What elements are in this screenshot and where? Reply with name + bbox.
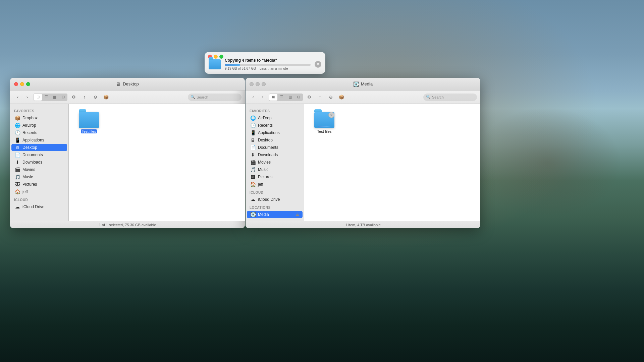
back-button-media[interactable]: ‹ — [249, 94, 258, 101]
zoom-button-desktop[interactable] — [26, 82, 30, 86]
view-list-media[interactable]: ☰ — [278, 94, 286, 101]
applications-icon-r: 📱 — [250, 130, 256, 135]
sidebar-item-documents-r[interactable]: 📄 Documents — [247, 144, 303, 151]
folder-test-files-media[interactable]: × Test files — [311, 111, 338, 135]
dialog-subtitle: 9.19 GB of 51.67 GB – Less than a minute — [225, 67, 311, 70]
sidebar-item-pictures-r[interactable]: 🖼 Pictures — [247, 173, 303, 181]
dialog-progress-bar — [225, 64, 311, 66]
sidebar-label-media-loc: Media — [258, 212, 269, 217]
file-area-media[interactable]: × Test files — [304, 104, 480, 221]
view-gallery-desktop[interactable]: ⊡ — [59, 94, 67, 101]
view-options-media[interactable]: ⚙ — [305, 94, 314, 101]
sidebar-label-airdrop-r: AirDrop — [258, 116, 272, 120]
sidebar-item-dropbox[interactable]: 📦 Dropbox — [11, 114, 67, 122]
sidebar-item-media-loc[interactable]: 💽 Media ⏏ — [247, 211, 303, 218]
minimize-button-media[interactable] — [256, 82, 260, 86]
minimize-button-desktop[interactable] — [20, 82, 24, 86]
sidebar-item-jeff[interactable]: 🏠 jeff — [11, 188, 67, 195]
movies-icon: 🎬 — [15, 167, 20, 172]
search-desktop[interactable]: 🔍 Search — [188, 94, 241, 101]
sidebar-item-applications[interactable]: 📱 Applications — [11, 136, 67, 144]
eject-icon-media[interactable]: ⏏ — [296, 212, 299, 217]
music-icon-r: 🎵 — [250, 167, 256, 172]
dialog-minimize-tl[interactable] — [214, 55, 218, 59]
dropbox-desktop[interactable]: 📦 — [102, 94, 110, 101]
dialog-zoom-tl[interactable] — [219, 55, 223, 59]
sidebar-label-dropbox: Dropbox — [22, 116, 38, 120]
airdrop-icon-r: 🌐 — [250, 115, 256, 121]
share-desktop[interactable]: ↑ — [80, 94, 89, 101]
dropbox-media[interactable]: 📦 — [337, 94, 346, 101]
sidebar-item-jeff-r[interactable]: 🏠 jeff — [247, 181, 303, 188]
media-loc-icon: 💽 — [250, 212, 256, 217]
finder-window-desktop: 🖥 Desktop ‹ › ⊞ ☰ ▥ ⊡ ⚙ ↑ ⊖ 📦 🔍 Searc — [10, 78, 245, 228]
status-text-desktop: 1 of 1 selected, 75.36 GB available — [99, 223, 156, 227]
nav-buttons-desktop: ‹ › — [13, 94, 32, 101]
window-title-icon-media: 💽 — [353, 81, 359, 87]
search-icon-desktop: 🔍 — [191, 95, 195, 99]
window-title-media: 💽 Media — [353, 81, 373, 87]
sidebar-item-music-r[interactable]: 🎵 Music — [247, 166, 303, 173]
status-bar-media: 1 item, 4 TB available — [246, 221, 480, 228]
sidebar-item-pictures[interactable]: 🖼 Pictures — [11, 181, 67, 188]
window-title-text-media: Media — [361, 81, 373, 86]
sidebar-label-documents: Documents — [22, 153, 43, 157]
title-bar-desktop: 🖥 Desktop — [10, 78, 245, 90]
recents-icon-r: 🕐 — [250, 123, 256, 128]
share-media[interactable]: ↑ — [316, 94, 324, 101]
zoom-button-media[interactable] — [262, 82, 266, 86]
close-button-desktop[interactable] — [14, 82, 18, 86]
view-icon-desktop[interactable]: ⊞ — [34, 94, 42, 101]
sidebar-item-documents[interactable]: 📄 Documents — [11, 151, 67, 159]
view-options-desktop[interactable]: ⚙ — [69, 94, 78, 101]
sidebar-item-downloads[interactable]: ⬇ Downloads — [11, 159, 67, 166]
sidebar-label-icloud-drive: iCloud Drive — [22, 204, 44, 209]
search-media[interactable]: 🔍 Search — [423, 94, 477, 101]
file-area-desktop[interactable]: Test files — [69, 104, 245, 221]
favorites-label-desktop: Favorites — [10, 107, 68, 114]
view-icon-media[interactable]: ⊞ — [269, 94, 277, 101]
toolbar-media: ‹ › ⊞ ☰ ▥ ⊡ ⚙ ↑ ⊖ 📦 🔍 Search — [246, 90, 480, 104]
dialog-folder-icon — [209, 59, 221, 69]
view-column-media[interactable]: ▥ — [286, 94, 294, 101]
copy-cancel-badge[interactable]: × — [328, 112, 334, 118]
forward-button-media[interactable]: › — [258, 94, 267, 101]
sidebar-item-icloud-drive-r[interactable]: ☁ iCloud Drive — [247, 196, 303, 203]
tag-media[interactable]: ⊖ — [326, 94, 335, 101]
sidebar-item-airdrop[interactable]: 🌐 AirDrop — [11, 122, 67, 129]
jeff-icon-r: 🏠 — [250, 182, 256, 187]
tag-desktop[interactable]: ⊖ — [91, 94, 100, 101]
folder-test-files-desktop[interactable]: Test files — [75, 111, 102, 135]
sidebar-item-applications-r[interactable]: 📱 Applications — [247, 129, 303, 136]
view-gallery-media[interactable]: ⊡ — [294, 94, 303, 101]
view-column-desktop[interactable]: ▥ — [51, 94, 59, 101]
sidebar-item-desktop[interactable]: 🖥 Desktop — [11, 144, 67, 151]
status-text-media: 1 item, 4 TB available — [345, 223, 381, 227]
sidebar-item-music[interactable]: 🎵 Music — [11, 173, 67, 181]
sidebar-label-icloud-drive-r: iCloud Drive — [258, 197, 280, 202]
sidebar-item-movies[interactable]: 🎬 Movies — [11, 166, 67, 173]
dialog-stop-button[interactable]: × — [315, 61, 321, 68]
search-icon-media: 🔍 — [426, 95, 431, 99]
close-button-media[interactable] — [250, 82, 254, 86]
sidebar-item-desktop-r[interactable]: 🖥 Desktop — [247, 136, 303, 144]
jeff-icon: 🏠 — [15, 189, 20, 194]
sidebar-item-airdrop-r[interactable]: 🌐 AirDrop — [247, 114, 303, 122]
sidebar-item-recents-r[interactable]: 🕐 Recents — [247, 122, 303, 129]
icloud-label-media: iCloud — [246, 188, 304, 196]
sidebar-item-recents[interactable]: 🕐 Recents — [11, 129, 67, 136]
back-button-desktop[interactable]: ‹ — [13, 94, 22, 101]
finder-content-media: Favorites 🌐 AirDrop 🕐 Recents 📱 Applicat… — [246, 104, 480, 221]
sidebar-item-downloads-r[interactable]: ⬇ Downloads — [247, 151, 303, 159]
view-list-desktop[interactable]: ☰ — [42, 94, 50, 101]
search-placeholder-desktop: Search — [197, 95, 208, 99]
sidebar-item-movies-r[interactable]: 🎬 Movies — [247, 159, 303, 166]
search-placeholder-media: Search — [432, 95, 444, 99]
sidebar-desktop: Favorites 📦 Dropbox 🌐 AirDrop 🕐 Recents … — [10, 104, 69, 221]
recents-icon: 🕐 — [15, 130, 20, 135]
sidebar-label-applications: Applications — [22, 138, 44, 142]
sidebar-label-music-r: Music — [258, 167, 268, 172]
sidebar-label-movies: Movies — [22, 167, 35, 172]
forward-button-desktop[interactable]: › — [23, 94, 32, 101]
sidebar-item-icloud-drive[interactable]: ☁ iCloud Drive — [11, 203, 67, 210]
